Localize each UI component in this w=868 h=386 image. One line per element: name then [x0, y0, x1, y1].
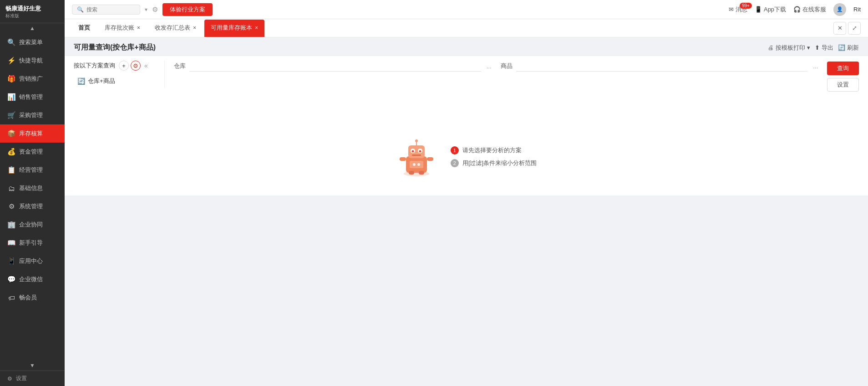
search-input[interactable]	[86, 6, 135, 13]
sidebar-item-purchase[interactable]: 🛒 采购管理	[0, 106, 65, 124]
warehouse-label: 仓库	[174, 62, 186, 70]
topbar-gear-icon[interactable]: ⚙	[152, 5, 158, 14]
svg-rect-11	[427, 157, 433, 161]
sidebar-logo: 畅康通好生意 标准版	[0, 0, 65, 23]
tab-batch-account[interactable]: 库存批次账 ×	[98, 20, 147, 37]
tab-collect-summary[interactable]: 收发存汇总表 ×	[148, 20, 203, 37]
user-avatar[interactable]: 👤	[833, 3, 846, 16]
hint-text-2: 用[过滤]条件来缩小分析范围	[462, 159, 537, 167]
topbar: 🔍 ▾ ⚙ 体验行业方案 ✉ 消息 99+ 📱 App下载 🎧 在线客服 👤	[65, 0, 868, 19]
sidebar-item-member[interactable]: 🏷 畅会员	[0, 288, 65, 307]
export-icon: ⬆	[815, 44, 820, 51]
sidebar-item-sales[interactable]: 📊 销售管理	[0, 88, 65, 106]
app-download-icon: 📱	[755, 6, 762, 13]
logo-tag: 标准版	[5, 13, 59, 19]
goods-more-btn[interactable]: ...	[811, 63, 820, 70]
topbar-app-download[interactable]: 📱 App下载	[755, 5, 786, 14]
main-area: 🔍 ▾ ⚙ 体验行业方案 ✉ 消息 99+ 📱 App下载 🎧 在线客服 👤	[65, 0, 868, 386]
refresh-btn[interactable]: 🔄 刷新	[838, 44, 859, 52]
scheme-collapse-btn[interactable]: «	[144, 62, 148, 69]
hint-item-1: 1 请先选择要分析的方案	[451, 146, 537, 154]
sidebar-scroll-up[interactable]: ▲	[0, 23, 65, 33]
filter-action-btns: 查询 设置	[820, 61, 859, 92]
sidebar-item-finance[interactable]: 💰 资金管理	[0, 143, 65, 161]
user-name[interactable]: Rit	[853, 6, 861, 13]
svg-point-5	[411, 150, 414, 153]
warehouse-input[interactable]	[189, 61, 481, 72]
sidebar-item-operation[interactable]: 📋 经营管理	[0, 161, 65, 179]
sidebar-item-basic[interactable]: 🗂 基础信息	[0, 179, 65, 197]
tab-close-all-btn[interactable]: ✕	[833, 22, 846, 35]
tab-batch-account-label: 库存批次账	[105, 24, 134, 32]
content-area: 可用量查询(按仓库+商品) 🖨 按模板打印 ▾ ⬆ 导出 🔄 刷新	[65, 37, 868, 386]
sidebar-item-newbie[interactable]: 📖 新手引导	[0, 234, 65, 252]
sidebar-item-wechat[interactable]: 💬 企业微信	[0, 270, 65, 288]
scheme-actions: + ⚙	[119, 61, 141, 71]
filter-scheme-header: 按以下方案查询 + ⚙ «	[74, 61, 157, 71]
print-label: 按模板打印	[776, 44, 805, 52]
sidebar-item-app-center[interactable]: 📱 应用中心	[0, 252, 65, 270]
tab-available-book-close[interactable]: ×	[255, 25, 258, 31]
sidebar-item-inventory[interactable]: 📦 库存核算	[0, 124, 65, 143]
topbar-search-icon: 🔍	[77, 6, 84, 13]
quick-nav-icon: ⚡	[7, 57, 15, 65]
query-btn[interactable]: 查询	[827, 62, 859, 75]
filter-scheme-panel: 按以下方案查询 + ⚙ « 🔄 仓库+商品	[74, 61, 165, 88]
avatar-icon: 👤	[837, 6, 843, 12]
sidebar-bottom-settings[interactable]: ⚙ 设置	[0, 371, 65, 386]
sidebar-item-label: 企业微信	[19, 275, 43, 283]
app-center-icon: 📱	[7, 257, 15, 265]
hint-num-2: 2	[451, 159, 459, 167]
sidebar-item-label: 搜索菜单	[19, 38, 43, 46]
scheme-add-btn[interactable]: +	[119, 61, 129, 71]
tab-batch-account-close[interactable]: ×	[137, 25, 140, 31]
sidebar-item-marketing[interactable]: 🎁 营销推广	[0, 70, 65, 88]
sidebar-item-quick-nav[interactable]: ⚡ 快捷导航	[0, 51, 65, 70]
tab-home[interactable]: 首页	[72, 20, 96, 37]
topbar-message[interactable]: ✉ 消息 99+	[729, 5, 747, 14]
settings-btn[interactable]: 设置	[827, 78, 859, 92]
sidebar-item-search[interactable]: 🔍 搜索菜单	[0, 33, 65, 51]
scheme-item-warehouse-goods[interactable]: 🔄 仓库+商品	[74, 74, 157, 88]
filter-field-goods: 商品 ...	[501, 61, 820, 72]
svg-rect-12	[409, 171, 414, 175]
tab-collect-summary-close[interactable]: ×	[193, 25, 196, 31]
content-wrapper: 可用量查询(按仓库+商品) 🖨 按模板打印 ▾ ⬆ 导出 🔄 刷新	[65, 37, 868, 196]
filter-row-warehouse: 仓库 ... 商品 ...	[174, 61, 820, 72]
tab-available-book-label: 可用量库存账本	[211, 24, 252, 32]
topbar-search-box[interactable]: 🔍	[72, 5, 140, 15]
print-template-btn[interactable]: 🖨 按模板打印 ▾	[768, 44, 810, 52]
warehouse-more-btn[interactable]: ...	[485, 63, 493, 70]
sidebar-item-label: 应用中心	[19, 257, 43, 265]
scheme-item-icon: 🔄	[77, 77, 85, 85]
trial-btn[interactable]: 体验行业方案	[162, 3, 213, 16]
filter-fields-panel: 仓库 ... 商品 ...	[165, 61, 820, 72]
basic-icon: 🗂	[7, 185, 15, 192]
sidebar-item-label: 基础信息	[19, 184, 43, 192]
refresh-label: 刷新	[847, 44, 859, 52]
sidebar: 畅康通好生意 标准版 ▲ 🔍 搜索菜单 ⚡ 快捷导航 🎁 营销推广 📊 销售管理…	[0, 0, 65, 386]
topbar-online-service[interactable]: 🎧 在线客服	[793, 5, 826, 14]
search-chevron-icon[interactable]: ▾	[145, 6, 147, 13]
svg-point-16	[417, 163, 420, 166]
goods-input[interactable]	[516, 61, 808, 72]
sidebar-item-enterprise[interactable]: 🏢 企业协同	[0, 216, 65, 234]
topbar-right: ✉ 消息 99+ 📱 App下载 🎧 在线客服 👤 Rit	[729, 3, 861, 16]
hint-num-1: 1	[451, 146, 459, 154]
sidebar-item-label: 销售管理	[19, 93, 43, 101]
page-actions: 🖨 按模板打印 ▾ ⬆ 导出 🔄 刷新	[768, 44, 859, 52]
tab-home-label: 首页	[78, 24, 90, 32]
export-btn[interactable]: ⬆ 导出	[815, 44, 833, 52]
sidebar-scroll-down[interactable]: ▼	[0, 360, 65, 371]
filter-panel: 按以下方案查询 + ⚙ « 🔄 仓库+商品	[65, 56, 868, 96]
svg-rect-14	[410, 161, 423, 168]
sidebar-item-label: 快捷导航	[19, 57, 43, 65]
scheme-settings-btn[interactable]: ⚙	[131, 61, 141, 71]
sidebar-item-label: 资金管理	[19, 148, 43, 156]
sidebar-item-system[interactable]: ⚙ 系统管理	[0, 197, 65, 216]
tab-available-book[interactable]: 可用量库存账本 ×	[204, 20, 264, 37]
svg-point-9	[415, 139, 418, 142]
svg-rect-13	[419, 171, 424, 175]
service-label: 在线客服	[802, 5, 826, 14]
tab-expand-btn[interactable]: ⤢	[848, 22, 861, 35]
